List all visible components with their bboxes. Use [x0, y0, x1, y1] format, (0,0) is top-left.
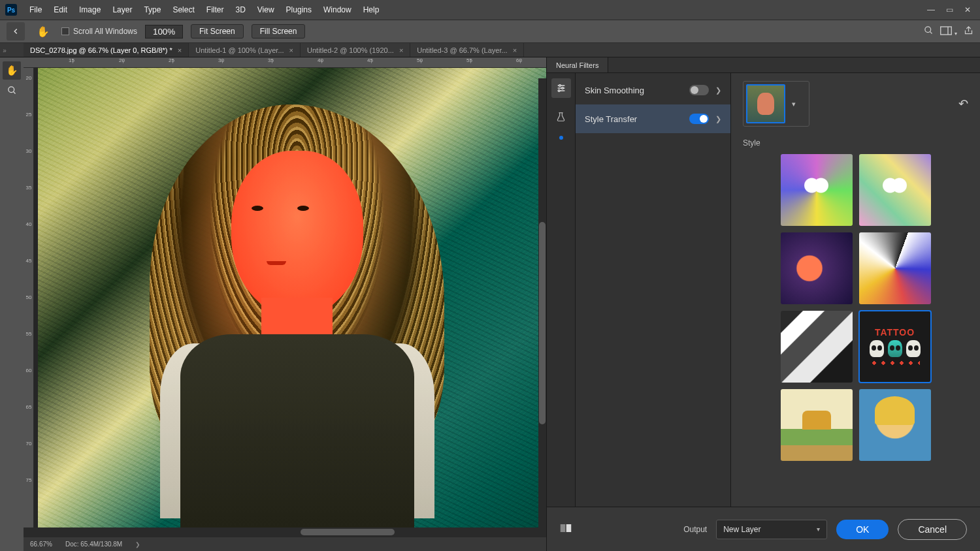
- ruler-horizontal: 15 20 25 30 35 40 45 50 55 60: [24, 57, 546, 68]
- output-select[interactable]: New Layer ▾: [716, 520, 827, 539]
- section-label-style: Style: [743, 138, 968, 148]
- hand-tool-button[interactable]: ✋: [3, 61, 21, 80]
- filter-label: Skin Smoothing: [585, 86, 644, 95]
- style-thumb-3[interactable]: [781, 232, 853, 304]
- zoom-percent-input[interactable]: [145, 25, 183, 39]
- document-tab-3[interactable]: Untitled-3 @ 66.7% (Layer...×: [410, 43, 524, 57]
- filter-list: Skin Smoothing ❯ Style Transfer ❯: [576, 73, 731, 507]
- filter-row-skin-smoothing[interactable]: Skin Smoothing ❯: [576, 76, 730, 104]
- expand-panels-icon[interactable]: »: [0, 43, 9, 57]
- chevron-down-icon[interactable]: ▾: [792, 100, 804, 108]
- tools-panel: ✋: [0, 57, 24, 551]
- before-after-icon[interactable]: [560, 523, 572, 536]
- menu-edit[interactable]: Edit: [48, 0, 73, 20]
- window-close-button[interactable]: ✕: [960, 4, 975, 16]
- fit-screen-button[interactable]: Fit Screen: [191, 24, 244, 39]
- workspace-switcher-icon[interactable]: ▾: [940, 26, 957, 37]
- ruler-vertical: 20 25 30 35 40 45 50 55 60 65 70 75: [24, 68, 34, 527]
- document-tab-2[interactable]: Untitled-2 @ 100% (1920...×: [301, 43, 410, 57]
- tab-label: Untitled-2 @ 100% (1920...: [307, 46, 394, 54]
- svg-point-11: [558, 90, 560, 92]
- menu-filter[interactable]: Filter: [201, 0, 230, 20]
- filter-label: Style Transfer: [585, 114, 637, 124]
- horizontal-scrollbar[interactable]: [24, 527, 546, 537]
- style-thumb-5[interactable]: [781, 311, 853, 383]
- reset-icon[interactable]: ↶: [958, 97, 968, 111]
- menu-window[interactable]: Window: [318, 0, 357, 20]
- filters-settings-icon[interactable]: [551, 78, 571, 98]
- canvas[interactable]: [34, 68, 546, 527]
- menu-help[interactable]: Help: [357, 0, 385, 20]
- zoom-tool-button[interactable]: [3, 81, 21, 99]
- panel-tabbar: Neural Filters: [547, 57, 980, 73]
- fill-screen-button[interactable]: Fill Screen: [252, 24, 306, 39]
- status-doc-size: Doc: 65.4M/130.8M: [65, 541, 122, 548]
- chevron-down-icon: ▾: [817, 526, 820, 533]
- close-icon[interactable]: ×: [289, 46, 293, 54]
- toggle-style-transfer[interactable]: [689, 114, 709, 124]
- ok-button[interactable]: OK: [836, 520, 889, 539]
- window-minimize-button[interactable]: —: [924, 4, 938, 16]
- document-tab-0[interactable]: DSC_0278.jpg @ 66.7% (Layer 0, RGB/8*) *…: [24, 43, 189, 57]
- beaker-icon[interactable]: [551, 107, 571, 127]
- neural-filters-panel: Neural Filters Skin Smoothing ❯ Style Tr…: [546, 57, 980, 551]
- close-icon[interactable]: ×: [178, 46, 182, 54]
- menu-3d[interactable]: 3D: [229, 0, 251, 20]
- status-zoom: 66.67%: [30, 541, 52, 548]
- search-icon[interactable]: [924, 25, 934, 37]
- close-icon[interactable]: ×: [513, 46, 517, 54]
- workspace: ✋ 15 20 25 30 35 40 45 50 55 60 20 25 30…: [0, 57, 980, 551]
- menu-plugins[interactable]: Plugins: [280, 0, 318, 20]
- filter-row-style-transfer[interactable]: Style Transfer ❯: [576, 104, 730, 133]
- chevron-right-icon[interactable]: ❯: [135, 541, 140, 548]
- output-value: New Layer: [723, 525, 760, 534]
- cancel-button[interactable]: Cancel: [898, 519, 967, 540]
- style-thumb-4[interactable]: [859, 232, 931, 304]
- panel-footer: Output New Layer ▾ OK Cancel: [547, 507, 980, 551]
- menu-select[interactable]: Select: [167, 0, 200, 20]
- panel-tab-neural-filters[interactable]: Neural Filters: [547, 57, 608, 72]
- menu-image[interactable]: Image: [73, 0, 106, 20]
- document-tabs: DSC_0278.jpg @ 66.7% (Layer 0, RGB/8*) *…: [0, 43, 980, 57]
- menu-file[interactable]: File: [24, 0, 48, 20]
- style-thumb-2[interactable]: [859, 154, 931, 226]
- scroll-all-windows-checkbox[interactable]: Scroll All Windows: [61, 27, 137, 36]
- options-bar: ✋ Scroll All Windows Fit Screen Fill Scr…: [0, 20, 980, 43]
- svg-point-10: [561, 87, 563, 89]
- source-preview-thumb[interactable]: [746, 84, 785, 123]
- menu-type[interactable]: Type: [138, 0, 167, 20]
- menu-view[interactable]: View: [252, 0, 280, 20]
- window-restore-button[interactable]: ▭: [942, 4, 956, 16]
- style-thumb-8[interactable]: [859, 389, 931, 461]
- menu-layer[interactable]: Layer: [106, 0, 138, 20]
- svg-rect-13: [561, 524, 566, 532]
- tab-label: Untitled-3 @ 66.7% (Layer...: [417, 46, 507, 54]
- status-dot-icon: [559, 136, 563, 140]
- svg-point-4: [8, 86, 14, 92]
- svg-rect-2: [941, 27, 952, 35]
- tab-label: DSC_0278.jpg @ 66.7% (Layer 0, RGB/8*) *: [30, 46, 172, 54]
- share-icon[interactable]: [964, 25, 973, 37]
- app-logo: Ps: [5, 4, 17, 16]
- toggle-skin-smoothing[interactable]: [689, 85, 709, 95]
- canvas-area: 15 20 25 30 35 40 45 50 55 60 20 25 30 3…: [24, 57, 546, 551]
- tab-label: Untitled-1 @ 100% (Layer...: [195, 46, 284, 54]
- tattoo-text: TATTOO: [875, 327, 915, 338]
- style-thumb-7[interactable]: [781, 389, 853, 461]
- filter-options-pane: ▾ ↶ Style TATTOO: [731, 73, 980, 507]
- style-grid: TATTOO: [743, 154, 968, 466]
- vertical-scrollbar[interactable]: [538, 78, 546, 527]
- hand-tool-icon: ✋: [33, 25, 54, 38]
- scroll-all-label: Scroll All Windows: [73, 27, 137, 36]
- checkbox-icon: [61, 27, 69, 35]
- svg-point-9: [559, 85, 561, 87]
- svg-line-5: [13, 91, 15, 93]
- document-tab-1[interactable]: Untitled-1 @ 100% (Layer...×: [189, 43, 301, 57]
- status-bar: 66.67% Doc: 65.4M/130.8M ❯: [24, 537, 546, 551]
- menubar: Ps File Edit Image Layer Type Select Fil…: [0, 0, 980, 20]
- style-thumb-1[interactable]: [781, 154, 853, 226]
- style-thumb-6[interactable]: TATTOO: [859, 311, 931, 383]
- svg-line-1: [930, 31, 932, 33]
- home-back-button[interactable]: [7, 22, 25, 40]
- close-icon[interactable]: ×: [399, 46, 403, 54]
